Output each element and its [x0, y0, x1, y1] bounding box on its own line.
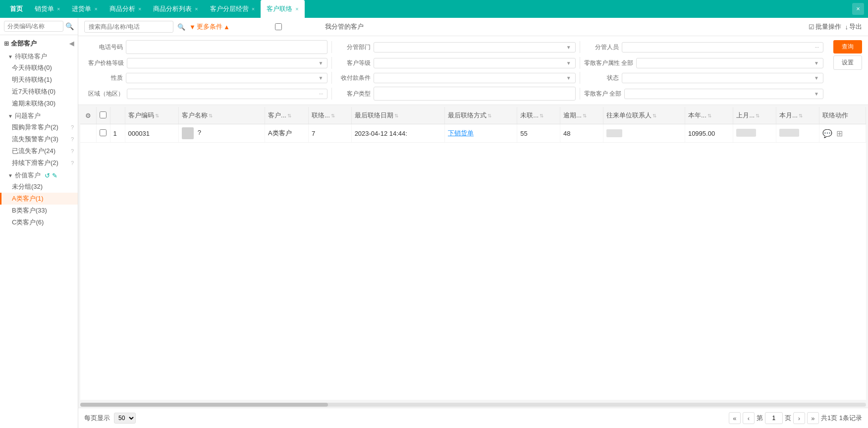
page-size-select[interactable]: 50	[114, 413, 136, 424]
next-page-button[interactable]: ›	[793, 412, 805, 424]
sidebar-item-churn-warning[interactable]: 流失预警客户(3) ?	[0, 133, 78, 145]
close-customer-seg-icon[interactable]: ×	[252, 0, 255, 18]
th-contact[interactable]: 联络... ⇅	[308, 107, 351, 124]
sidebar-item-overdue[interactable]: 逾期未联络(30)	[0, 98, 78, 109]
scrollbar-thumb[interactable]	[80, 403, 328, 407]
nav-home[interactable]: 首页	[4, 0, 29, 18]
scrollbar-track[interactable]	[80, 403, 866, 407]
th-last-date[interactable]: 最后联络日期 ⇅	[351, 107, 444, 124]
page-number-input[interactable]	[765, 412, 783, 424]
row-checkbox[interactable]	[100, 129, 107, 136]
section-value-customers[interactable]: ▼ 价值客户 ↺ ✎	[0, 169, 78, 181]
close-product-analysis-list-icon[interactable]: ×	[195, 0, 198, 18]
dept-label: 分管部门	[336, 43, 371, 52]
th-this-year[interactable]: 本年... ⇅	[685, 107, 733, 124]
last-method-link[interactable]: 下销货单	[448, 129, 474, 137]
nav-sales-order[interactable]: 销货单 ×	[29, 0, 66, 18]
close-purchase-order-icon[interactable]: ×	[94, 0, 97, 18]
my-customer-checkbox-label[interactable]: 我分管的客户	[234, 22, 364, 31]
sidebar-item-class-c[interactable]: C类客户(6)	[0, 216, 78, 228]
help-icon3[interactable]: ?	[71, 148, 74, 154]
sort-this-month-icon: ⇅	[799, 113, 803, 118]
td-contact: 7	[308, 124, 351, 143]
sidebar-item-unclassified[interactable]: 未分组(32)	[0, 181, 78, 193]
nav-product-analysis-list[interactable]: 商品分析列表 ×	[147, 0, 204, 18]
query-button[interactable]: 查询	[833, 40, 862, 54]
settings-button[interactable]: 设置	[833, 55, 862, 70]
th-type[interactable]: 客户... ⇅	[265, 107, 309, 124]
th-name[interactable]: 客户名称 ⇅	[179, 107, 265, 124]
nav-customer-contact[interactable]: 客户联络 ×	[261, 0, 304, 18]
message-icon[interactable]: 💬	[822, 129, 832, 138]
th-last-month[interactable]: 上月... ⇅	[733, 107, 776, 124]
payment-select[interactable]: ▼	[374, 73, 575, 83]
th-last-method[interactable]: 最后联络方式 ⇅	[444, 107, 517, 124]
last-page-button[interactable]: »	[807, 412, 819, 424]
nav-product-analysis[interactable]: 商品分析 ×	[104, 0, 147, 18]
nav-purchase-order[interactable]: 进货单 ×	[66, 0, 103, 18]
section-pending-contact[interactable]: ▼ 待联络客户	[0, 50, 78, 62]
sidebar-item-today[interactable]: 今天待联络(0)	[0, 62, 78, 74]
sidebar-item-churned[interactable]: 已流失客户(24) ?	[0, 145, 78, 157]
all-customers-header[interactable]: ⊞ 全部客户 ◀	[0, 37, 78, 50]
my-customer-checkbox[interactable]	[234, 23, 323, 30]
status-select[interactable]: ▼	[622, 73, 823, 83]
nature-select[interactable]: ▼	[126, 73, 327, 83]
region-input[interactable]: ···	[127, 89, 327, 99]
manager-input[interactable]: ···	[622, 42, 823, 53]
help-icon[interactable]: ?	[71, 124, 74, 130]
filter-search-icon[interactable]: 🔍	[177, 23, 185, 31]
horizontal-scrollbar[interactable]	[78, 402, 868, 408]
first-page-button[interactable]: «	[729, 412, 741, 424]
th-checkbox[interactable]	[96, 107, 110, 124]
close-customer-contact-icon[interactable]: ×	[295, 0, 298, 18]
search-input[interactable]	[84, 21, 173, 33]
td-checkbox-cell[interactable]	[96, 124, 110, 143]
close-product-analysis-icon[interactable]: ×	[138, 0, 141, 18]
price-level-select[interactable]: ▼	[127, 58, 327, 68]
th-unit-contact[interactable]: 往来单位联系人 ⇅	[603, 107, 685, 124]
settings-gear-icon[interactable]: ⚙	[85, 112, 91, 119]
sidebar-item-7days[interactable]: 近7天待联络(0)	[0, 86, 78, 98]
th-this-month[interactable]: 本月... ⇅	[776, 107, 819, 124]
filter-retail-attr: 零散客户属性 全部 ▼	[580, 58, 827, 68]
dept-select[interactable]: ▼	[374, 42, 575, 53]
customer-level-select[interactable]: ▼	[374, 58, 575, 68]
refresh-icon[interactable]: ↺	[45, 172, 50, 179]
export-button[interactable]: ↓ 导出	[845, 22, 863, 31]
more-filter-button[interactable]: ▼ 更多条件 ▲	[189, 22, 230, 31]
retail-customer-label: 零散客户 全部	[584, 90, 621, 98]
customer-type-input[interactable]	[374, 87, 575, 101]
batch-op-button[interactable]: ☑ 批量操作	[809, 22, 841, 31]
qr-icon[interactable]: ⊞	[836, 129, 843, 138]
th-no-contact[interactable]: 未联... ⇅	[517, 107, 560, 124]
retail-customer-select[interactable]: ▼	[624, 89, 823, 99]
retail-attr-select[interactable]: ▼	[636, 58, 823, 68]
close-sales-order-icon[interactable]: ×	[57, 0, 60, 18]
sidebar-search-input[interactable]	[4, 21, 63, 32]
filter-retail-customer: 零散客户 全部 ▼	[580, 89, 827, 99]
top-navigation: 首页 销货单 × 进货单 × 商品分析 × 商品分析列表 × 客户分层经营 × …	[0, 0, 868, 18]
close-window-button[interactable]: ×	[852, 3, 864, 15]
sidebar-item-tomorrow[interactable]: 明天待联络(1)	[0, 74, 78, 86]
sort-name-icon: ⇅	[209, 113, 213, 118]
sidebar-item-class-b[interactable]: B类客户(33)	[0, 205, 78, 216]
sidebar-item-declining[interactable]: 持续下滑客户(2) ?	[0, 157, 78, 169]
phone-input[interactable]	[126, 40, 327, 54]
th-settings[interactable]: ⚙	[80, 107, 96, 124]
td-last-method[interactable]: 下销货单	[444, 124, 517, 143]
section-problem-customers[interactable]: ▼ 问题客户	[0, 109, 78, 121]
th-overdue[interactable]: 逾期... ⇅	[560, 107, 603, 124]
sidebar-item-class-a[interactable]: A类客户(1)	[0, 193, 78, 205]
collapse-icon[interactable]: ◀	[69, 40, 74, 47]
sidebar-search-icon[interactable]: 🔍	[65, 22, 74, 30]
th-code[interactable]: 客户编码 ⇅	[125, 107, 179, 124]
help-icon4[interactable]: ?	[71, 160, 74, 166]
edit-icon[interactable]: ✎	[52, 172, 57, 179]
sidebar-item-hoarding[interactable]: 囤购异常客户(2) ?	[0, 121, 78, 133]
nav-customer-segmentation[interactable]: 客户分层经营 ×	[204, 0, 261, 18]
help-icon2[interactable]: ?	[71, 136, 74, 142]
select-all-checkbox[interactable]	[100, 111, 107, 118]
prev-page-button[interactable]: ‹	[743, 412, 755, 424]
td-no-contact: 55	[517, 124, 560, 143]
